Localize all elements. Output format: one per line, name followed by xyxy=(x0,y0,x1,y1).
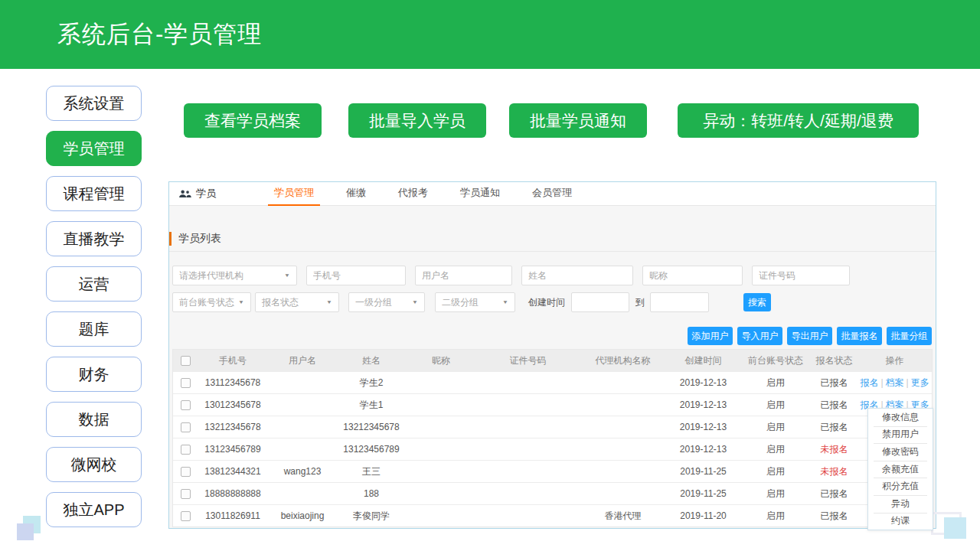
row-checkbox[interactable] xyxy=(181,511,191,521)
table-row: 18888888888 188 2019-11-25 启用 已报名 xyxy=(173,482,932,504)
students-group-icon xyxy=(178,189,191,199)
table-row: 13812344321 wang123 王三 2019-11-25 启用 未报名 xyxy=(173,460,932,482)
menu-item-book-lesson[interactable]: 约课 xyxy=(868,513,933,530)
row-actions: 报名|档案|更多 xyxy=(858,377,932,390)
name-filter-input[interactable] xyxy=(521,266,633,285)
app-header: 系统后台-学员管理 xyxy=(0,0,980,69)
chevron-down-icon: ▼ xyxy=(326,299,332,305)
sidebar-item-finance[interactable]: 财务 xyxy=(46,357,142,392)
col-created: 创建时间 xyxy=(666,354,740,367)
students-table: 手机号 用户名 姓名 昵称 证件号码 代理机构名称 创建时间 前台账号状态 报名… xyxy=(172,349,933,527)
tab-payment-reminder[interactable]: 催缴 xyxy=(340,182,372,206)
row-checkbox[interactable] xyxy=(181,400,191,410)
decor-square xyxy=(17,523,34,540)
menu-item-edit-info[interactable]: 修改信息 xyxy=(868,409,933,426)
import-users-button[interactable]: 导入用户 xyxy=(737,327,782,345)
row-checkbox[interactable] xyxy=(181,489,191,499)
filter-row-1: 请选择代理机构 ▼ xyxy=(172,266,933,285)
section-header: 学员列表 xyxy=(169,231,936,246)
chevron-down-icon: ▼ xyxy=(284,272,290,278)
student-management-panel: 学员 学员管理 催缴 代报考 学员通知 会员管理 学员列表 请选择代理机构 ▼ xyxy=(168,181,936,529)
batch-student-notify-button[interactable]: 批量学员通知 xyxy=(509,103,647,138)
row-checkbox[interactable] xyxy=(181,422,191,432)
agency-select[interactable]: 请选择代理机构 ▼ xyxy=(172,266,297,285)
sidebar-item-micro-school[interactable]: 微网校 xyxy=(46,447,142,482)
menu-item-change-transfer[interactable]: 异动 xyxy=(868,495,933,513)
tab-student-notice[interactable]: 学员通知 xyxy=(454,182,506,206)
phone-filter-input[interactable] xyxy=(306,266,406,285)
created-to-input[interactable] xyxy=(650,292,709,312)
chevron-down-icon: ▼ xyxy=(412,299,418,305)
tab-student-management[interactable]: 学员管理 xyxy=(268,182,320,206)
export-users-button[interactable]: 导出用户 xyxy=(787,327,832,345)
row-checkbox[interactable] xyxy=(181,467,191,477)
col-phone: 手机号 xyxy=(198,354,268,367)
sidebar-item-course-management[interactable]: 课程管理 xyxy=(46,176,142,211)
table-toolbar: 添加用户 导入用户 导出用户 批量报名 批量分组 xyxy=(172,327,932,345)
col-actions: 操作 xyxy=(858,354,932,367)
row-checkbox[interactable] xyxy=(181,445,191,455)
col-agency: 代理机构名称 xyxy=(580,354,666,367)
col-account-status: 前台账号状态 xyxy=(740,354,811,367)
sidebar-item-operations[interactable]: 运营 xyxy=(46,266,142,302)
more-link[interactable]: 更多 xyxy=(911,377,929,388)
menu-item-disable-user[interactable]: 禁用用户 xyxy=(868,426,933,444)
id-number-filter-input[interactable] xyxy=(752,266,850,285)
module-label: 学员 xyxy=(196,187,216,201)
account-status-select[interactable]: 前台账号状态 ▼ xyxy=(172,292,251,312)
col-nickname: 昵称 xyxy=(406,354,476,367)
sidebar-item-question-bank[interactable]: 题库 xyxy=(46,311,142,347)
table-row: 13123456789 13123456789 2019-12-13 启用 未报… xyxy=(173,438,932,460)
signup-status-select[interactable]: 报名状态 ▼ xyxy=(255,292,339,312)
chevron-down-icon: ▼ xyxy=(238,299,244,305)
tab-proxy-exam[interactable]: 代报考 xyxy=(392,182,434,206)
group-level1-select[interactable]: 一级分组 ▼ xyxy=(348,292,425,312)
view-student-archive-button[interactable]: 查看学员档案 xyxy=(184,103,322,138)
more-actions-menu: 修改信息 禁用用户 修改密码 余额充值 积分充值 异动 约课 xyxy=(867,408,933,530)
sidebar-item-data[interactable]: 数据 xyxy=(46,402,142,437)
filter-area: 请选择代理机构 ▼ 前台账号状态 ▼ 报名状态 ▼ 一级分组 ▼ 二级 xyxy=(172,266,933,312)
menu-item-points-recharge[interactable]: 积分充值 xyxy=(868,478,933,495)
table-row: 13011826911 beixiaojing 李俊同学 香港代理 2019-1… xyxy=(173,504,932,527)
section-accent-bar xyxy=(169,232,172,246)
sidebar-item-student-management[interactable]: 学员管理 xyxy=(46,131,142,166)
menu-item-balance-recharge[interactable]: 余额充值 xyxy=(868,461,933,478)
section-divider xyxy=(169,251,936,252)
archive-link[interactable]: 档案 xyxy=(886,377,904,388)
add-user-button[interactable]: 添加用户 xyxy=(688,327,733,345)
username-filter-input[interactable] xyxy=(415,266,512,285)
tab-member-management[interactable]: 会员管理 xyxy=(526,182,578,206)
row-checkbox[interactable] xyxy=(181,378,191,388)
sidebar-item-system-settings[interactable]: 系统设置 xyxy=(46,86,142,121)
menu-item-change-password[interactable]: 修改密码 xyxy=(868,443,933,461)
select-all-checkbox[interactable] xyxy=(181,356,191,366)
col-username: 用户名 xyxy=(268,354,337,367)
search-button[interactable]: 搜索 xyxy=(743,293,771,311)
table-row: 13012345678 学生1 2019-12-13 启用 已报名 报名|档案|… xyxy=(173,393,932,416)
decor-square xyxy=(944,517,966,539)
sidebar-item-standalone-app[interactable]: 独立APP xyxy=(46,492,142,527)
signup-link[interactable]: 报名 xyxy=(860,377,878,388)
col-signup-status: 报名状态 xyxy=(811,354,858,367)
table-row: 13112345678 学生2 2019-12-13 启用 已报名 报名|档案|… xyxy=(173,371,932,393)
chevron-down-icon: ▼ xyxy=(502,299,508,305)
table-header-row: 手机号 用户名 姓名 昵称 证件号码 代理机构名称 创建时间 前台账号状态 报名… xyxy=(173,350,932,371)
batch-import-students-button[interactable]: 批量导入学员 xyxy=(348,103,486,138)
change-transfer-refund-button[interactable]: 异动：转班/转人/延期/退费 xyxy=(678,103,919,138)
col-name: 姓名 xyxy=(337,354,406,367)
nickname-filter-input[interactable] xyxy=(642,266,743,285)
section-title: 学员列表 xyxy=(178,232,221,246)
batch-signup-button[interactable]: 批量报名 xyxy=(837,327,882,345)
page-title: 系统后台-学员管理 xyxy=(57,0,262,69)
panel-tabbar: 学员 学员管理 催缴 代报考 学员通知 会员管理 xyxy=(169,182,936,206)
group-level2-select[interactable]: 二级分组 ▼ xyxy=(435,292,515,312)
table-row: 13212345678 13212345678 2019-12-13 启用 已报… xyxy=(173,416,932,438)
filter-row-2: 前台账号状态 ▼ 报名状态 ▼ 一级分组 ▼ 二级分组 ▼ 创建时间 到 搜索 xyxy=(172,292,933,312)
sidebar-item-live-teaching[interactable]: 直播教学 xyxy=(46,221,142,256)
to-label: 到 xyxy=(635,296,645,309)
batch-group-button[interactable]: 批量分组 xyxy=(887,327,932,345)
panel-tabs: 学员管理 催缴 代报考 学员通知 会员管理 xyxy=(268,182,598,206)
sidebar: 系统设置 学员管理 课程管理 直播教学 运营 题库 财务 数据 微网校 独立AP… xyxy=(46,86,142,537)
col-id-number: 证件号码 xyxy=(476,354,580,367)
created-from-input[interactable] xyxy=(571,292,629,312)
